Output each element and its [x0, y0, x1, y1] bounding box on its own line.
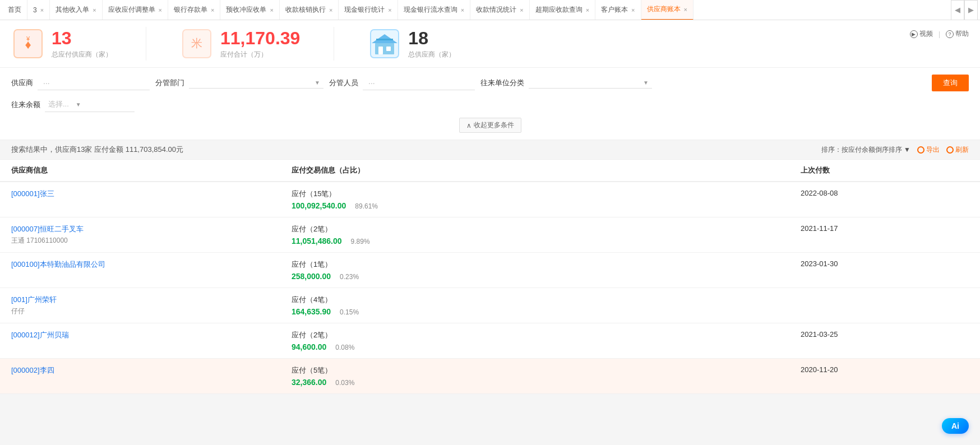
balance-select-btn[interactable]: 选择... ▼ [45, 97, 135, 112]
stat-label-total-suppliers: 总供应商（家） [408, 50, 455, 59]
sort-button[interactable]: 排序：按应付余额倒序排序 ▼ [821, 145, 910, 155]
nav-arrow-left[interactable]: ◀ [951, 0, 964, 20]
supplier-sub-text-000007: 王通 17106110000 [11, 236, 292, 245]
tx-amount-001[interactable]: 164,635.90 [292, 307, 331, 316]
nav-tab-cash-bank-flow-close[interactable]: × [461, 7, 464, 13]
nav-tab-ap-adjustment-close[interactable]: × [159, 7, 162, 13]
tx-percent-000012: 0.08% [335, 344, 354, 351]
nav-tab-customer-account-label: 客户账本 [601, 5, 628, 15]
stat-text-suppliers: 13 总应付供应商（家） [52, 28, 112, 59]
svg-text:米: 米 [191, 37, 202, 49]
lastpay-col-000001: 2022-08-08 [801, 189, 969, 197]
supplier-link-000001[interactable]: [000001]张三 [11, 189, 54, 198]
refresh-button[interactable]: 刷新 [946, 145, 969, 155]
stat-num-suppliers: 13 [52, 28, 112, 49]
tx-amount-000001[interactable]: 100,092,540.00 [292, 201, 346, 210]
nav-tab-bank-deposit[interactable]: 银行存款单 × [168, 0, 220, 20]
lastpay-col-000002: 2020-11-20 [801, 365, 969, 374]
supplier-link-000012[interactable]: [000012]广州贝瑞 [11, 331, 69, 339]
tx-amount-000100[interactable]: 258,000.00 [292, 272, 331, 281]
tx-row-000100: 258,000.00 0.23% [292, 270, 801, 281]
svg-rect-6 [375, 43, 394, 54]
lastpay-col-000007: 2021-11-17 [801, 224, 969, 233]
filter-balance: 往来余额 选择... ▼ [11, 97, 135, 112]
tx-row-000007: 11,051,486.00 9.89% [292, 234, 801, 245]
nav-tab-prepay-rush-close[interactable]: × [270, 7, 273, 13]
help-link[interactable]: ? 帮助 [946, 29, 969, 39]
tx-amount-000012[interactable]: 94,600.00 [292, 342, 326, 351]
nav-tab-customer-account[interactable]: 客户账本 × [595, 0, 641, 20]
result-summary: 搜索结果中，供应商13家 应付金额 111,703,854.00元 [11, 145, 183, 155]
nav-tab-cash-bank-flow[interactable]: 现金银行流水查询 × [398, 0, 470, 20]
tx-percent-000100: 0.23% [340, 273, 359, 281]
last-pay-date-000007: 2021-11-17 [801, 224, 838, 233]
supplier-link-000007[interactable]: [000007]恒旺二手叉车 [11, 225, 84, 233]
nav-tab-receipt-stat[interactable]: 收款情况统计 × [470, 0, 529, 20]
query-button[interactable]: 查询 [932, 75, 969, 91]
nav-tab-overdue-query[interactable]: 超期应收款查询 × [530, 0, 595, 20]
nav-tab-supplier-account[interactable]: 供应商账本 × [641, 0, 694, 20]
nav-tab-home[interactable]: 首页 [2, 0, 27, 20]
stat-label-total-ap: 应付合计（万） [220, 50, 300, 59]
balance-placeholder: 选择... [48, 99, 69, 109]
nav-tab-prepay-rush[interactable]: 预收冲应收单 × [220, 0, 279, 20]
nav-tab-3-close[interactable]: × [40, 7, 44, 13]
supplier-link-000002[interactable]: [000002]李四 [11, 366, 54, 374]
tx-row-000012: 94,600.00 0.08% [292, 340, 801, 351]
nav-tab-receipt-verify-close[interactable]: × [329, 7, 332, 13]
stat-item-total-suppliers: 18 总供应商（家） [368, 27, 455, 61]
nav-arrow-right[interactable]: ▶ [964, 0, 978, 20]
export-button[interactable]: 导出 [917, 145, 940, 155]
export-label: 导出 [926, 145, 940, 155]
nav-tab-ap-adjustment[interactable]: 应收应付调整单 × [103, 0, 168, 20]
table-row: [000007]恒旺二手叉车 王通 17106110000 应付（2笔） 11,… [0, 217, 980, 253]
col-header-supplier: 供应商信息 [11, 165, 292, 175]
nav-tab-receipt-verify[interactable]: 收款核销执行 × [280, 0, 339, 20]
filter-area: 供应商 ··· 分管部门 ▼ 分管人员 ··· 往来单位分类 ▼ 查询 [0, 68, 980, 140]
help-circle-icon: ? [946, 30, 954, 38]
nav-tab-other-income-label: 其他收入单 [56, 5, 89, 15]
collapse-button[interactable]: ∧ 收起更多条件 [459, 118, 521, 133]
nav-tab-home-label: 首页 [8, 5, 21, 15]
person-select-btn[interactable]: ··· [363, 76, 475, 90]
filter-row-2: 往来余额 选择... ▼ [11, 97, 969, 112]
tx-info-col: 应付（5笔） 32,366.00 0.03% [292, 365, 801, 387]
filter-person-label: 分管人员 [329, 78, 358, 88]
tx-label-000002: 应付（5笔） [292, 365, 801, 376]
supplier-info-col: [000100]本特勤油品有限公司 [11, 259, 292, 270]
nav-tab-customer-account-close[interactable]: × [631, 7, 635, 13]
tx-info-col: 应付（15笔） 100,092,540.00 89.61% [292, 189, 801, 210]
nav-tab-supplier-account-close[interactable]: × [684, 6, 687, 13]
table-row: [000001]张三 应付（15笔） 100,092,540.00 89.61%… [0, 182, 980, 217]
video-label: 视频 [919, 29, 933, 39]
tx-label-000001: 应付（15笔） [292, 189, 801, 199]
supplier-link-000100[interactable]: [000100]本特勤油品有限公司 [11, 260, 105, 268]
filter-balance-label: 往来余额 [11, 100, 40, 110]
nav-tab-cash-bank-stat[interactable]: 现金银行统计 × [339, 0, 397, 20]
nav-tab-3[interactable]: 3 × [27, 0, 50, 20]
tx-amount-000002[interactable]: 32,366.00 [292, 378, 326, 387]
video-help-link[interactable]: ▶ 视频 [910, 29, 933, 39]
supplier-icon: ♦ ¥ [11, 27, 45, 61]
nav-tab-cash-bank-stat-close[interactable]: × [388, 7, 391, 13]
tx-info-col: 应付（2笔） 11,051,486.00 9.89% [292, 224, 801, 245]
svg-text:¥: ¥ [26, 35, 30, 42]
nav-tab-cash-bank-stat-label: 现金银行统计 [344, 5, 385, 15]
supplier-select-btn[interactable]: ··· [38, 76, 150, 90]
nav-tab-bank-deposit-close[interactable]: × [211, 7, 214, 13]
nav-tab-other-income-close[interactable]: × [93, 7, 96, 13]
svg-rect-8 [386, 47, 391, 51]
tx-amount-000007[interactable]: 11,051,486.00 [292, 237, 342, 245]
nav-tab-other-income[interactable]: 其他收入单 × [50, 0, 102, 20]
supplier-sub-text-001: 仔仔 [11, 307, 292, 316]
nav-tab-receipt-stat-close[interactable]: × [520, 7, 523, 13]
stat-item-total-ap: 米 11,170.39 应付合计（万） [180, 27, 300, 61]
supplier-link-001[interactable]: [001]广州荣轩 [11, 295, 57, 304]
nav-tab-overdue-query-close[interactable]: × [586, 7, 589, 13]
unit-class-select-btn[interactable]: ▼ [529, 77, 652, 89]
filter-dept: 分管部门 ▼ [155, 77, 323, 89]
dept-select-btn[interactable]: ▼ [189, 77, 323, 89]
stat-item-suppliers: ♦ ¥ 13 总应付供应商（家） [11, 27, 112, 61]
nav-tab-cash-bank-flow-label: 现金银行流水查询 [404, 5, 457, 15]
table-row: [000002]李四 应付（5笔） 32,366.00 0.03% 2020-1… [0, 359, 980, 394]
